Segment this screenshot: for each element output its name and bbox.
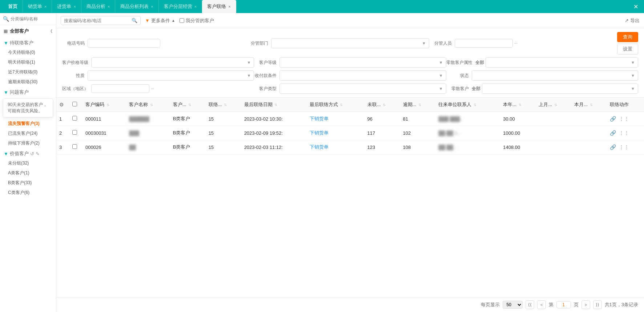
cell-liaison-0: ███ ███... [435, 112, 500, 126]
action-link-icon-1[interactable]: 🔗 [610, 130, 616, 136]
cell-seq-0: 1 [56, 112, 69, 126]
tab-home[interactable]: 首页 [3, 0, 23, 13]
window-close-button[interactable]: ✕ [631, 3, 641, 10]
sidebar-item-overdue[interactable]: 逾期未联络(30) [0, 77, 56, 87]
tab-close-customer-contact[interactable]: × [228, 4, 230, 9]
more-conditions-btn[interactable]: ▼ 更多条件 ▲ [145, 17, 175, 24]
search-input[interactable] [64, 18, 130, 23]
per-page-select[interactable]: 50 100 200 [503, 301, 523, 309]
sidebar-item-class-b[interactable]: B类客户(33) [0, 178, 56, 188]
settings-icon[interactable]: ⚙ [59, 102, 64, 108]
tab-close-customer-layer[interactable]: × [194, 4, 197, 9]
manager-more-icon[interactable]: ··· [514, 41, 518, 45]
tab-close-product-analysis[interactable]: × [108, 4, 110, 9]
my-customers-check[interactable] [180, 18, 184, 23]
action-more-icon-0[interactable]: ⋮⋮ [619, 116, 629, 122]
payment-dropdown-icon: ▼ [439, 73, 443, 78]
export-button[interactable]: ↗ 导出 [625, 17, 640, 24]
last-page-btn[interactable]: ⟩⟩ [593, 300, 602, 309]
customer-grade-select[interactable]: ▼ [279, 57, 446, 68]
sidebar-item-tomorrow[interactable]: 明天待联络(1) [0, 57, 56, 67]
action-link-icon-0[interactable]: 🔗 [610, 116, 616, 122]
sort-last-contact-way-icon: ⇅ [340, 103, 343, 107]
th-last-contact-way: 最后联络方式 ⇅ [307, 98, 365, 112]
cell-last-month-2 [536, 140, 571, 154]
cell-overdue-1: 102 [400, 126, 436, 140]
sidebar-item-class-a[interactable]: A类客户(1) [0, 168, 56, 178]
table-row: 3 000026 ██ B类客户 15 2023-02-03 11:12: 下销… [56, 140, 644, 154]
sort-name-icon: ⇅ [150, 103, 153, 107]
filter-payment: 收付款条件 ▼ [254, 70, 446, 81]
filter-row-4: 区域（地区） ··· 客户类型 ▼ 零散客户 全部 ▼ [62, 84, 638, 94]
search-submit-icon[interactable]: 🔍 [132, 18, 137, 23]
price-grade-select[interactable]: ▼ [91, 57, 254, 68]
payment-select[interactable]: ▼ [279, 70, 446, 81]
retail-attr-select[interactable]: ▼ [486, 57, 638, 68]
sidebar-item-today[interactable]: 今天待联络(0) [0, 48, 56, 57]
cell-checkbox-2[interactable] [69, 140, 82, 154]
tab-close-sales-order[interactable]: × [44, 4, 47, 9]
query-button[interactable]: 查询 [617, 32, 638, 42]
section-value-customers[interactable]: ▼ 价值客户 ↺ ✎ [0, 148, 56, 158]
customer-type-dropdown-icon: ▼ [439, 86, 443, 91]
retail-customer-label: 零散客户 [446, 86, 472, 92]
sidebar-item-7days[interactable]: 近7天待联络(0) [0, 67, 56, 77]
tab-sales-order[interactable]: 销货单 × [23, 0, 52, 13]
sidebar-item-churned[interactable]: 已流失客户(24) [0, 129, 56, 138]
retail-customer-select[interactable]: ▼ [482, 84, 638, 94]
page-input[interactable] [556, 301, 571, 308]
tab-purchase-order[interactable]: 进货单 × [52, 0, 81, 13]
cell-overdue-2: 108 [400, 140, 436, 154]
my-customers-checkbox[interactable]: 我分管的客户 [180, 17, 214, 24]
status-select[interactable]: ▼ [472, 70, 638, 81]
arrow-icon-2: ▼ [4, 90, 8, 95]
next-page-btn[interactable]: ＞ [581, 300, 590, 309]
cell-checkbox-1[interactable] [69, 126, 82, 140]
total-records-label: 共1页，3条记录 [605, 301, 638, 308]
cell-last-way-0[interactable]: 下销货单 [307, 112, 365, 126]
region-more-icon[interactable]: ··· [151, 86, 154, 91]
section-pending-contact[interactable]: ▼ 待联络客户 [0, 37, 56, 48]
prev-page-btn[interactable]: ＜ [537, 300, 546, 309]
manager-input[interactable] [455, 39, 513, 48]
sidebar-item-class-c[interactable]: C类客户(6) [0, 188, 56, 198]
dept-select[interactable]: ▼ [271, 38, 429, 48]
action-more-icon-1[interactable]: ⋮⋮ [619, 130, 629, 136]
th-contact-count: 联络... ⇅ [206, 98, 241, 112]
tab-product-analysis[interactable]: 商品分析 × [81, 0, 115, 13]
all-customers-header[interactable]: ⊞ 全部客户 《 [0, 25, 56, 37]
settings-button[interactable]: 设置 [617, 44, 638, 54]
section-problem-customers[interactable]: ▼ 问题客户 [0, 87, 56, 97]
first-page-btn[interactable]: ⟨⟨ [526, 300, 534, 309]
th-actions: 联络动作 [607, 98, 644, 112]
action-more-icon-2[interactable]: ⋮⋮ [619, 144, 629, 150]
select-all-checkbox[interactable] [72, 102, 77, 106]
refresh-icon[interactable]: ↺ [30, 151, 34, 157]
tab-close-purchase-order[interactable]: × [73, 4, 76, 9]
cell-last-way-1[interactable]: 下销货单 [307, 126, 365, 140]
nature-select[interactable]: ▼ [88, 70, 254, 81]
region-input[interactable] [91, 84, 149, 93]
page-suffix: 页 [574, 301, 579, 308]
cell-seq-2: 3 [56, 140, 69, 154]
search-bar: 🔍 ▼ 更多条件 ▲ 我分管的客户 ↗ 导出 [56, 13, 644, 28]
cell-last-way-2[interactable]: 下销货单 [307, 140, 365, 154]
cell-liaison-2: ██ ██... [435, 140, 500, 154]
customer-type-select[interactable]: ▼ [279, 84, 446, 94]
tab-customer-contact[interactable]: 客户联络 × [202, 0, 236, 13]
cell-seq-1: 2 [56, 126, 69, 140]
sidebar-item-declining[interactable]: 持续下滑客户(2) [0, 138, 56, 148]
sidebar-item-ungrouped[interactable]: 未分组(32) [0, 158, 56, 168]
tab-product-analysis-list[interactable]: 商品分析列表 × [115, 0, 158, 13]
cell-checkbox-0[interactable] [69, 112, 82, 126]
manager-label: 分管人员 [429, 40, 455, 46]
tab-customer-layer[interactable]: 客户分层经营 × [159, 0, 202, 13]
edit-icon[interactable]: ✎ [36, 151, 40, 157]
phone-input[interactable] [88, 39, 160, 48]
action-link-icon-2[interactable]: 🔗 [610, 144, 616, 150]
status-label: 状态 [446, 73, 472, 79]
tab-close-product-analysis-list[interactable]: × [151, 4, 153, 9]
nature-label: 性质 [62, 73, 88, 79]
sidebar-search-input[interactable] [11, 16, 53, 21]
sidebar-item-churn-warning[interactable]: 流失预警客户(3) [0, 119, 56, 129]
